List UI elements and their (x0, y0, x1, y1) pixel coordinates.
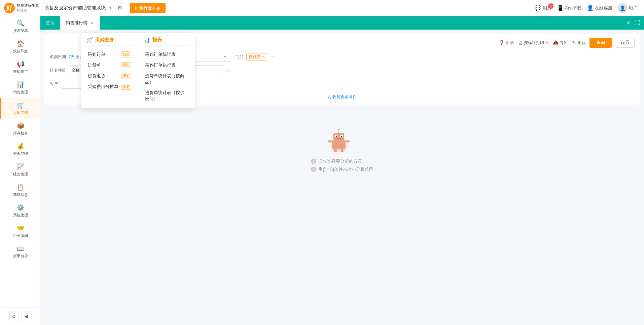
sidebar-label-system: 系统管理 (13, 213, 28, 218)
sidebar-item-system[interactable]: ⚙️ 系统管理 (0, 201, 40, 221)
sidebar-item-newguide[interactable]: 📖 新手引导 (0, 242, 40, 262)
help-btn[interactable]: ❓ 帮助 (499, 40, 514, 46)
salesperson-more-btn[interactable]: ··· (226, 67, 230, 73)
phone-icon: 📱 (557, 5, 564, 11)
settings-icon-btn[interactable]: ⚙ (115, 3, 124, 13)
app-download-btn[interactable]: 📱 App下载 (557, 5, 581, 11)
tab-close-icon[interactable]: ✕ (90, 21, 94, 25)
rank-value: 金额 (72, 68, 80, 73)
search-icon: 🔍 (17, 19, 24, 27)
sidebar-label-enterprise: 企业协同 (13, 233, 28, 238)
po-exec-label: 采购订单执行表 (145, 62, 176, 68)
dropdown-col-purchase: 🛒 采购业务 采购订单 历史 进货单 历史 进货退货 历史 (81, 37, 138, 104)
tab-home[interactable]: 首页 (40, 16, 60, 30)
basic-icon: 📋 (17, 184, 24, 191)
sidebar-item-search[interactable]: 🔍 搜索菜单 (0, 16, 40, 37)
online-service-label: 在线客服 (595, 5, 612, 11)
rank-label: 排名项目 (50, 68, 66, 73)
history-badge-2: 历史 (121, 62, 131, 68)
empty-hint-1: 1 请先选择要分析的方案 (311, 158, 373, 164)
sidebar-item-quicknav[interactable]: 🏠 快捷导航 (0, 37, 40, 57)
purchase-order-label: 采购订单 (88, 51, 105, 57)
product-tag-close[interactable]: ✕ (262, 55, 265, 59)
sidebar-settings-btn[interactable]: ⚙ (9, 312, 19, 321)
tab-sales-rank[interactable]: 销售排行榜 ✕ (60, 16, 100, 30)
sidebar-item-marketing[interactable]: 📢 营销推广 (0, 57, 40, 78)
print-label: 按模板打印 (524, 40, 544, 46)
system-title-area: 装备及固定资产辅助管理系统 ▼ ⚙ 体验行业方案 (44, 3, 535, 13)
product-tag-text: 设计费 (249, 54, 261, 60)
dropdown-item-po-exec[interactable]: 采购订单执行表 (144, 60, 190, 71)
sidebar-label-basic: 基础信息 (13, 192, 28, 197)
user-label: 用户 (629, 5, 637, 11)
dropdown-item-purchase-expense[interactable]: 采购费用分摊单 历史 (86, 81, 133, 92)
message-badge: 6 (548, 3, 553, 9)
purchase-icon: 🛒 (17, 101, 24, 109)
inventory-icon: 📦 (17, 122, 24, 129)
header-right: 💬 消息 6 📱 App下载 👤 在线客服 👤 用户 (535, 3, 640, 13)
sidebar-item-basic[interactable]: 📋 基础信息 (0, 180, 40, 201)
history-badge-4: 历史 (121, 84, 131, 90)
svg-point-10 (338, 129, 340, 130)
receipt-by-product-label: 进货单统计表（按商品） (145, 73, 188, 85)
logo-area: 好 畅捷通好生意 标准版 (4, 3, 44, 13)
svg-rect-12 (341, 149, 344, 152)
tab-home-label: 首页 (46, 20, 55, 26)
svg-rect-11 (334, 149, 337, 152)
logo-icon: 好 (4, 3, 15, 13)
empty-state: 1 请先选择要分析的方案 2 用[过滤]条件来缩小分析范围 (44, 107, 640, 193)
hint-1-text: 请先选择要分析的方案 (318, 158, 362, 164)
sidebar-item-enterprise[interactable]: 🤝 企业协同 (0, 221, 40, 242)
sidebar-item-operations[interactable]: 📈 经营管理 (0, 160, 40, 180)
date-label: 单据日期 (50, 54, 66, 60)
top-header: 好 畅捷通好生意 标准版 装备及固定资产辅助管理系统 ▼ ⚙ 体验行业方案 💬 … (0, 0, 644, 16)
settings-btn[interactable]: 设置 (616, 38, 635, 48)
sidebar-collapse-btn[interactable]: ◀ (22, 312, 31, 321)
sales-icon: 📊 (17, 81, 24, 88)
query-btn[interactable]: 查询 (589, 38, 612, 48)
title-dropdown-icon[interactable]: ▼ (108, 6, 112, 10)
tab-close-all-icon[interactable]: ✕ (625, 19, 632, 27)
sidebar-item-inventory[interactable]: 📦 库存核算 (0, 119, 40, 139)
tab-bar-controls: ✕ ⛶ (622, 19, 644, 27)
dropdown-item-purchase-order[interactable]: 采购订单 历史 (86, 49, 133, 60)
sidebar-item-purchase[interactable]: 🛒 采购管理 (0, 98, 40, 119)
industry-btn[interactable]: 体验行业方案 (130, 3, 166, 13)
collapse-label: 收起更多条件 (332, 94, 357, 100)
print-icon: 🖨 (518, 40, 523, 45)
svg-point-6 (341, 135, 343, 137)
system-title[interactable]: 装备及固定资产辅助管理系统 (44, 5, 106, 11)
refresh-label: 刷新 (577, 40, 585, 46)
voucher-status-dropdown: ▼ (223, 54, 227, 59)
user-btn[interactable]: 👤 用户 (618, 3, 637, 13)
help-icon: ❓ (499, 40, 504, 45)
sidebar-label-inventory: 库存核算 (13, 131, 28, 136)
dropdown-item-receipt-by-product[interactable]: 进货单统计表（按商品） (144, 71, 190, 87)
system-icon: ⚙️ (17, 204, 24, 211)
enterprise-icon: 🤝 (17, 225, 24, 232)
dropdown-item-goods-receipt[interactable]: 进货单 历史 (86, 60, 133, 71)
online-service-btn[interactable]: 👤 在线客服 (587, 5, 612, 11)
refresh-btn[interactable]: ↻ 刷新 (572, 40, 585, 46)
print-btn[interactable]: 🖨 按模板打印 ▼ (518, 40, 549, 46)
goods-receipt-label: 进货单 (88, 62, 101, 68)
export-btn[interactable]: 📤 导出 (553, 40, 568, 46)
sidebar-item-sales[interactable]: 📊 销售管理 (0, 78, 40, 98)
print-dropdown-icon[interactable]: ▼ (545, 41, 549, 45)
dropdown-item-po-stat[interactable]: 采购订单统计表 (144, 49, 190, 60)
finance-icon: 💰 (17, 143, 24, 150)
marketing-icon: 📢 (17, 60, 24, 68)
svg-point-5 (336, 135, 337, 137)
sidebar-item-finance[interactable]: 💰 资金管理 (0, 139, 40, 160)
svg-rect-1 (332, 139, 346, 149)
customer-label: 客户 (50, 81, 58, 87)
shortcut-7days[interactable]: 7天 (69, 54, 74, 59)
export-icon: 📤 (553, 40, 559, 45)
tab-maximize-icon[interactable]: ⛶ (633, 19, 641, 27)
dropdown-item-goods-return[interactable]: 进货退货 历史 (86, 71, 133, 81)
dropdown-cols: 🛒 采购业务 采购订单 历史 进货单 历史 进货退货 历史 (81, 37, 195, 104)
product-more-btn[interactable]: ··· (270, 54, 274, 60)
message-btn[interactable]: 💬 消息 6 (535, 5, 551, 11)
dropdown-item-receipt-by-supplier[interactable]: 进货单统计表（按供应商） (144, 87, 190, 104)
export-label: 导出 (560, 40, 568, 46)
